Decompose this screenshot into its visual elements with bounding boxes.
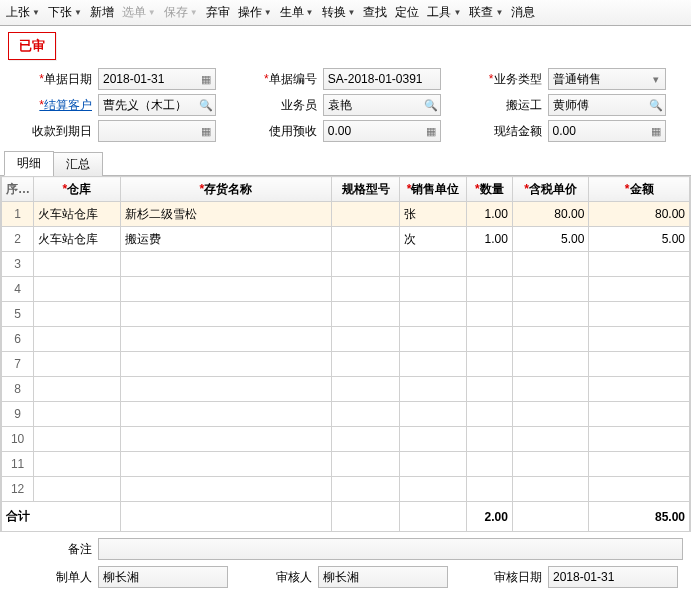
cell-name[interactable]: [120, 477, 331, 502]
col-qty[interactable]: *数量: [466, 177, 512, 202]
unapprove-button[interactable]: 弃审: [206, 4, 230, 21]
table-row[interactable]: 9: [2, 402, 690, 427]
cell-spec[interactable]: [331, 452, 399, 477]
cell-warehouse[interactable]: 火车站仓库: [34, 227, 121, 252]
cell-price[interactable]: [512, 477, 588, 502]
table-row[interactable]: 3: [2, 252, 690, 277]
col-spec[interactable]: 规格型号: [331, 177, 399, 202]
tab-detail[interactable]: 明细: [4, 151, 54, 176]
cell-name[interactable]: [120, 252, 331, 277]
cell-amount[interactable]: 80.00: [589, 202, 690, 227]
cell-price[interactable]: [512, 452, 588, 477]
cell-spec[interactable]: [331, 402, 399, 427]
col-price[interactable]: *含税单价: [512, 177, 588, 202]
cell-qty[interactable]: [466, 302, 512, 327]
cell-amount[interactable]: [589, 252, 690, 277]
tab-summary[interactable]: 汇总: [53, 152, 103, 176]
col-idx[interactable]: 序号: [2, 177, 34, 202]
cell-warehouse[interactable]: [34, 352, 121, 377]
cell-spec[interactable]: [331, 302, 399, 327]
cell-price[interactable]: [512, 277, 588, 302]
cell-unit[interactable]: [400, 477, 466, 502]
cell-name[interactable]: [120, 377, 331, 402]
cell-unit[interactable]: [400, 377, 466, 402]
cell-spec[interactable]: [331, 202, 399, 227]
table-row[interactable]: 11: [2, 452, 690, 477]
cell-unit[interactable]: [400, 327, 466, 352]
cell-amount[interactable]: [589, 377, 690, 402]
prepay-input[interactable]: ▦: [323, 120, 441, 142]
cell-qty[interactable]: [466, 277, 512, 302]
cell-qty[interactable]: [466, 402, 512, 427]
col-warehouse[interactable]: *仓库: [34, 177, 121, 202]
table-row[interactable]: 6: [2, 327, 690, 352]
cell-spec[interactable]: [331, 277, 399, 302]
cell-name[interactable]: [120, 327, 331, 352]
cell-price[interactable]: [512, 377, 588, 402]
cell-spec[interactable]: [331, 227, 399, 252]
cell-unit[interactable]: [400, 302, 466, 327]
table-row[interactable]: 10: [2, 427, 690, 452]
cell-name[interactable]: 新杉二级雪松: [120, 202, 331, 227]
cell-amount[interactable]: 5.00: [589, 227, 690, 252]
cell-unit[interactable]: [400, 402, 466, 427]
tools-button[interactable]: 工具▼: [427, 4, 461, 21]
col-unit[interactable]: *销售单位: [400, 177, 466, 202]
cell-unit[interactable]: [400, 277, 466, 302]
cell-spec[interactable]: [331, 427, 399, 452]
table-row[interactable]: 5: [2, 302, 690, 327]
table-row[interactable]: 1火车站仓库新杉二级雪松张1.0080.0080.00: [2, 202, 690, 227]
cell-unit[interactable]: 次: [400, 227, 466, 252]
cell-name[interactable]: [120, 352, 331, 377]
cell-warehouse[interactable]: [34, 327, 121, 352]
table-row[interactable]: 7: [2, 352, 690, 377]
biz-type-input[interactable]: ▾: [548, 68, 666, 90]
salesman-input[interactable]: 🔍: [323, 94, 441, 116]
table-row[interactable]: 8: [2, 377, 690, 402]
locate-button[interactable]: 定位: [395, 4, 419, 21]
new-button[interactable]: 新增: [90, 4, 114, 21]
cell-unit[interactable]: [400, 452, 466, 477]
table-row[interactable]: 4: [2, 277, 690, 302]
cell-unit[interactable]: [400, 252, 466, 277]
prev-button[interactable]: 上张▼: [6, 4, 40, 21]
table-row[interactable]: 2火车站仓库搬运费次1.005.005.00: [2, 227, 690, 252]
calendar-icon[interactable]: ▦: [197, 73, 215, 86]
customer-input[interactable]: 🔍: [98, 94, 216, 116]
cell-amount[interactable]: [589, 452, 690, 477]
col-name[interactable]: *存货名称: [120, 177, 331, 202]
cell-qty[interactable]: 1.00: [466, 227, 512, 252]
generate-button[interactable]: 生单▼: [280, 4, 314, 21]
calc-icon[interactable]: ▦: [647, 125, 665, 138]
cell-name[interactable]: [120, 277, 331, 302]
cell-qty[interactable]: 1.00: [466, 202, 512, 227]
next-button[interactable]: 下张▼: [48, 4, 82, 21]
calc-icon[interactable]: ▦: [422, 125, 440, 138]
auditor-input[interactable]: [318, 566, 448, 588]
cell-amount[interactable]: [589, 327, 690, 352]
cell-amount[interactable]: [589, 277, 690, 302]
cell-spec[interactable]: [331, 327, 399, 352]
cell-warehouse[interactable]: [34, 427, 121, 452]
cell-warehouse[interactable]: [34, 277, 121, 302]
cell-unit[interactable]: [400, 427, 466, 452]
table-row[interactable]: 12: [2, 477, 690, 502]
cell-amount[interactable]: [589, 402, 690, 427]
cell-qty[interactable]: [466, 327, 512, 352]
cell-qty[interactable]: [466, 352, 512, 377]
col-amount[interactable]: *金额: [589, 177, 690, 202]
porter-input[interactable]: 🔍: [548, 94, 666, 116]
search-icon[interactable]: 🔍: [647, 99, 665, 112]
cell-amount[interactable]: [589, 352, 690, 377]
due-input[interactable]: ▦: [98, 120, 216, 142]
cash-input[interactable]: ▦: [548, 120, 666, 142]
cell-warehouse[interactable]: [34, 302, 121, 327]
doc-no-input[interactable]: [323, 68, 441, 90]
cell-warehouse[interactable]: 火车站仓库: [34, 202, 121, 227]
cell-qty[interactable]: [466, 427, 512, 452]
cell-price[interactable]: 80.00: [512, 202, 588, 227]
cell-name[interactable]: [120, 402, 331, 427]
cell-spec[interactable]: [331, 477, 399, 502]
chevron-down-icon[interactable]: ▾: [647, 73, 665, 86]
search-icon[interactable]: 🔍: [197, 99, 215, 112]
